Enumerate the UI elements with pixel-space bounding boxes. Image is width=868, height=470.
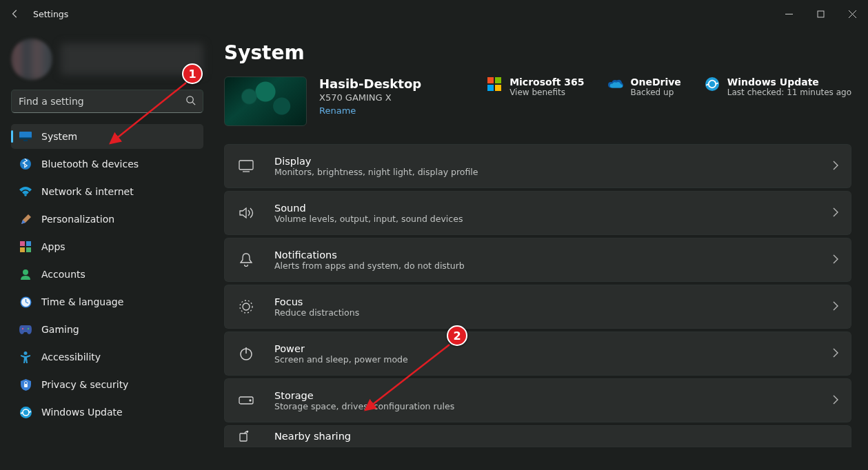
- svg-point-15: [23, 269, 28, 275]
- card-desc: Volume levels, output, input, sound devi…: [274, 214, 463, 224]
- svg-rect-13: [20, 247, 25, 252]
- wu-title: Windows Update: [727, 76, 851, 88]
- sidebar-item-privacy[interactable]: Privacy & security: [11, 372, 203, 397]
- sidebar-item-system[interactable]: System: [11, 124, 203, 149]
- sidebar-item-label: System: [41, 131, 77, 142]
- microsoft-logo-icon: [487, 76, 502, 92]
- onedrive-card[interactable]: OneDriveBacked up: [608, 76, 681, 97]
- card-desc: Storage space, drives, configuration rul…: [274, 401, 454, 411]
- card-power[interactable]: PowerScreen and sleep, power mode: [224, 331, 851, 376]
- chevron-right-icon: [833, 254, 838, 267]
- svg-rect-8: [23, 140, 28, 141]
- chevron-right-icon: [833, 394, 838, 407]
- card-title: Power: [274, 343, 408, 354]
- app-title: Settings: [33, 9, 68, 19]
- svg-point-10: [24, 194, 27, 196]
- svg-point-37: [250, 400, 251, 401]
- card-title: Storage: [274, 390, 454, 401]
- focus-icon: [232, 300, 261, 314]
- shield-icon: [19, 378, 32, 391]
- chevron-right-icon: [833, 347, 838, 360]
- sidebar-item-label: Time & language: [41, 296, 123, 307]
- svg-line-5: [192, 102, 195, 105]
- accessibility-icon: [19, 351, 32, 363]
- onedrive-icon: [608, 76, 623, 92]
- sidebar-item-network[interactable]: Network & internet: [11, 179, 203, 204]
- card-focus[interactable]: FocusReduce distractions: [224, 285, 851, 329]
- svg-point-21: [28, 327, 29, 329]
- profile-block[interactable]: [11, 36, 203, 90]
- bell-icon: [232, 253, 261, 267]
- card-nearby-sharing[interactable]: Nearby sharing: [224, 425, 851, 447]
- device-name: Hasib-Desktop: [319, 76, 421, 91]
- svg-point-20: [22, 327, 23, 329]
- svg-rect-23: [24, 384, 28, 387]
- apps-icon: [19, 241, 32, 253]
- wu-subtitle: Last checked: 11 minutes ago: [727, 88, 851, 97]
- sidebar-item-personalization[interactable]: Personalization: [11, 207, 203, 232]
- device-strip: Hasib-Desktop X570 GAMING X Rename Micro…: [224, 76, 851, 126]
- svg-rect-12: [26, 241, 31, 246]
- m365-card[interactable]: Microsoft 365View benefits: [487, 76, 584, 97]
- paintbrush-icon: [19, 213, 32, 225]
- sidebar-item-windows-update[interactable]: Windows Update: [11, 400, 203, 425]
- card-display[interactable]: DisplayMonitors, brightness, night light…: [224, 144, 851, 188]
- main-content: System Hasib-Desktop X570 GAMING X Renam…: [214, 28, 868, 470]
- sidebar-item-label: Apps: [41, 241, 65, 252]
- sidebar-item-label: Windows Update: [41, 407, 123, 418]
- sidebar-item-apps[interactable]: Apps: [11, 234, 203, 259]
- card-desc: Reduce distractions: [274, 307, 359, 318]
- svg-rect-25: [487, 77, 494, 83]
- gamepad-icon: [19, 323, 32, 336]
- card-desc: Screen and sleep, power mode: [274, 354, 408, 365]
- sidebar-item-label: Personalization: [41, 214, 114, 225]
- profile-name-redacted: [61, 43, 203, 75]
- card-sound[interactable]: SoundVolume levels, output, input, sound…: [224, 191, 851, 235]
- sidebar-item-bluetooth[interactable]: Bluetooth & devices: [11, 152, 203, 176]
- svg-rect-30: [239, 161, 253, 170]
- sidebar-item-accounts[interactable]: Accounts: [11, 262, 203, 287]
- titlebar: Settings: [0, 0, 868, 28]
- svg-rect-7: [19, 138, 32, 140]
- chevron-right-icon: [833, 300, 838, 314]
- sidebar-item-label: Accessibility: [41, 351, 101, 362]
- sidebar-item-accessibility[interactable]: Accessibility: [11, 345, 203, 369]
- card-notifications[interactable]: NotificationsAlerts from apps and system…: [224, 238, 851, 282]
- nav-list: System Bluetooth & devices Network & int…: [11, 124, 203, 425]
- svg-point-9: [20, 159, 31, 170]
- svg-rect-14: [26, 247, 31, 252]
- update-icon: [19, 406, 32, 418]
- drive-icon: [232, 396, 261, 405]
- sidebar-item-time-language[interactable]: Time & language: [11, 289, 203, 314]
- svg-rect-1: [818, 11, 824, 17]
- close-button[interactable]: [836, 3, 868, 24]
- minimize-button[interactable]: [773, 3, 805, 24]
- window-controls: [773, 3, 868, 24]
- chevron-right-icon: [833, 160, 838, 173]
- card-title: Notifications: [274, 249, 465, 260]
- search-input[interactable]: [19, 96, 185, 107]
- svg-rect-28: [495, 85, 501, 91]
- back-button[interactable]: [10, 8, 21, 19]
- search-box[interactable]: [11, 90, 203, 113]
- person-icon: [19, 268, 32, 280]
- svg-point-33: [240, 300, 252, 313]
- sidebar: System Bluetooth & devices Network & int…: [0, 28, 214, 470]
- sidebar-item-label: Accounts: [41, 269, 85, 280]
- card-desc: Alerts from apps and system, do not dist…: [274, 260, 465, 271]
- m365-title: Microsoft 365: [509, 76, 584, 88]
- wifi-icon: [19, 185, 32, 198]
- card-storage[interactable]: StorageStorage space, drives, configurat…: [224, 378, 851, 422]
- share-icon: [232, 431, 261, 442]
- device-card[interactable]: Hasib-Desktop X570 GAMING X Rename: [224, 76, 421, 126]
- maximize-button[interactable]: [805, 3, 836, 24]
- card-desc: Monitors, brightness, night light, displ…: [274, 167, 478, 177]
- m365-subtitle: View benefits: [509, 88, 584, 97]
- sidebar-item-gaming[interactable]: Gaming: [11, 317, 203, 342]
- svg-rect-11: [20, 241, 25, 246]
- settings-list: DisplayMonitors, brightness, night light…: [224, 144, 851, 447]
- card-title: Nearby sharing: [274, 431, 351, 442]
- windows-update-card[interactable]: Windows UpdateLast checked: 11 minutes a…: [705, 76, 851, 97]
- rename-link[interactable]: Rename: [319, 105, 421, 116]
- svg-rect-27: [487, 85, 494, 91]
